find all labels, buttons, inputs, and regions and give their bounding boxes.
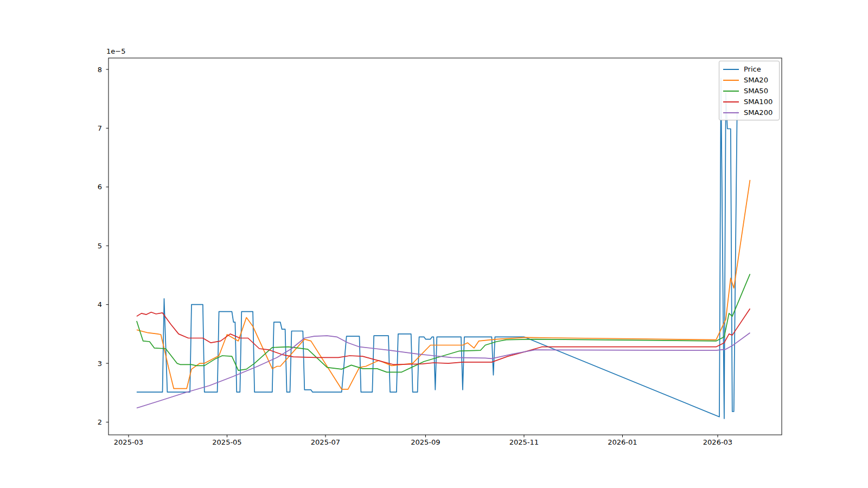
y-axis-offset-label: 1e−5 (106, 47, 125, 55)
x-tick-label: 2025-11 (509, 438, 539, 446)
x-tick-label: 2026-01 (608, 438, 637, 446)
x-tick-label: 2025-07 (311, 438, 340, 446)
y-tick-label: 2 (98, 418, 102, 426)
x-tick-label: 2026-03 (703, 438, 732, 446)
plot-area (108, 58, 782, 435)
legend-label-sma50: SMA50 (744, 86, 768, 97)
y-tick-label: 4 (98, 300, 102, 309)
legend-label-sma20: SMA20 (744, 75, 768, 86)
matplotlib-figure: 1e−5 2025-032025-052025-072025-092025-11… (0, 0, 868, 488)
legend-entry-sma20: SMA20 (723, 75, 775, 86)
legend-label-sma200: SMA200 (744, 107, 773, 118)
legend-label-price: Price (744, 64, 761, 75)
legend-label-sma100: SMA100 (744, 97, 773, 107)
legend-line-sample-price (723, 69, 739, 70)
x-tick-label: 2025-03 (114, 438, 143, 446)
legend: PriceSMA20SMA50SMA100SMA200 (719, 61, 780, 120)
legend-entry-sma50: SMA50 (723, 86, 775, 97)
legend-line-sample-sma200 (723, 112, 739, 113)
x-tick-label: 2025-09 (411, 438, 440, 446)
y-tick-label: 3 (98, 359, 102, 368)
legend-entry-sma100: SMA100 (723, 97, 775, 107)
y-tick-label: 8 (98, 66, 102, 74)
y-tick-label: 6 (98, 183, 102, 191)
legend-line-sample-sma20 (723, 80, 739, 81)
legend-entry-price: Price (723, 64, 775, 75)
legend-line-sample-sma100 (723, 101, 739, 102)
legend-line-sample-sma50 (723, 91, 739, 92)
x-tick-label: 2025-05 (212, 438, 241, 446)
y-tick-label: 7 (98, 124, 102, 132)
y-tick-label: 5 (98, 242, 102, 250)
legend-entry-sma200: SMA200 (723, 107, 775, 118)
